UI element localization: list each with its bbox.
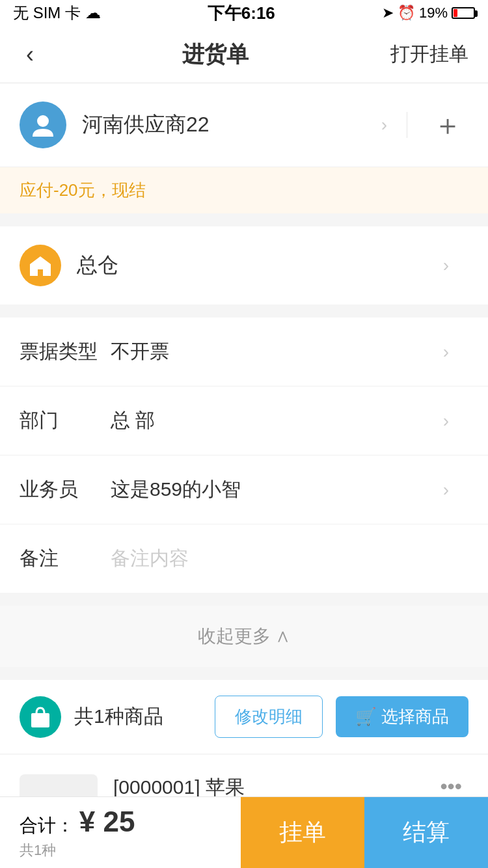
collapse-more-button[interactable]: 收起更多 ∧ bbox=[0, 606, 488, 667]
total-count: 共1种 bbox=[20, 841, 221, 860]
department-row[interactable]: 部门 总 部 › bbox=[0, 387, 488, 455]
supplier-name: 河南供应商22 bbox=[82, 111, 381, 139]
open-pending-button[interactable]: 打开挂单 bbox=[390, 41, 468, 68]
department-label: 部门 bbox=[20, 407, 98, 434]
shopping-icon bbox=[29, 705, 52, 729]
form-card: 票据类型 不开票 › 部门 总 部 › 业务员 这是859的小智 › 备注 备注… bbox=[0, 318, 488, 593]
edit-detail-button[interactable]: 修改明细 bbox=[215, 696, 323, 738]
alarm-icon: ⏰ bbox=[398, 5, 415, 21]
remark-label: 备注 bbox=[20, 545, 98, 572]
info-banner: 应付-20元，现结 bbox=[0, 167, 488, 213]
supplier-card: 河南供应商22 › ＋ 应付-20元，现结 bbox=[0, 83, 488, 213]
warehouse-row[interactable]: 总仓 › bbox=[0, 226, 488, 305]
chevron-right-icon: › bbox=[443, 342, 449, 362]
confirm-button[interactable]: 结算 bbox=[364, 797, 488, 868]
salesman-value: 这是859的小智 bbox=[98, 476, 443, 503]
cart-icon: 🛒 bbox=[355, 707, 376, 727]
total-label-row: 合计： ¥ 25 bbox=[20, 806, 221, 838]
warehouse-icon bbox=[20, 245, 61, 286]
signal-text: 无 SIM 卡 ☁ bbox=[13, 3, 101, 23]
bottom-bar: 合计： ¥ 25 共1种 挂单 结算 bbox=[0, 796, 488, 868]
battery-icon bbox=[452, 7, 475, 19]
warehouse-name: 总仓 bbox=[77, 251, 443, 280]
ticket-type-value: 不开票 bbox=[98, 338, 443, 365]
salesman-label: 业务员 bbox=[20, 476, 98, 503]
nav-bar: ‹ 进货单 打开挂单 bbox=[0, 26, 488, 83]
status-time: 下午6:16 bbox=[208, 2, 275, 25]
chevron-right-icon: › bbox=[381, 115, 387, 135]
products-icon bbox=[20, 696, 61, 738]
home-icon bbox=[29, 254, 52, 277]
add-button[interactable]: ＋ bbox=[427, 106, 468, 144]
products-count: 共1种商品 bbox=[74, 703, 202, 730]
status-right: ➤ ⏰ 19% bbox=[382, 5, 475, 21]
svg-rect-1 bbox=[31, 713, 49, 727]
ticket-type-label: 票据类型 bbox=[20, 338, 98, 365]
svg-point-0 bbox=[37, 115, 49, 127]
ticket-type-row[interactable]: 票据类型 不开票 › bbox=[0, 318, 488, 387]
remark-input[interactable]: 备注内容 bbox=[98, 545, 468, 572]
status-left: 无 SIM 卡 ☁ bbox=[13, 3, 101, 23]
total-section: 合计： ¥ 25 共1种 bbox=[0, 797, 241, 868]
divider bbox=[407, 112, 407, 138]
product-more-button[interactable]: ••• bbox=[433, 774, 468, 798]
remark-row[interactable]: 备注 备注内容 bbox=[0, 524, 488, 593]
status-bar: 无 SIM 卡 ☁ 下午6:16 ➤ ⏰ 19% bbox=[0, 0, 488, 26]
main-content: 河南供应商22 › ＋ 应付-20元，现结 总仓 › 票据类型 不开票 › 部门… bbox=[0, 83, 488, 868]
salesman-row[interactable]: 业务员 这是859的小智 › bbox=[0, 455, 488, 524]
chevron-right-icon: › bbox=[443, 255, 449, 276]
page-title: 进货单 bbox=[182, 40, 249, 70]
supplier-row[interactable]: 河南供应商22 › ＋ bbox=[0, 83, 488, 167]
total-amount: ¥ 25 bbox=[79, 806, 135, 837]
department-value: 总 部 bbox=[98, 407, 443, 434]
select-product-button[interactable]: 🛒 选择商品 bbox=[336, 696, 468, 737]
location-icon: ➤ bbox=[382, 5, 394, 21]
pending-button[interactable]: 挂单 bbox=[241, 797, 364, 868]
back-button[interactable]: ‹ bbox=[20, 34, 40, 75]
supplier-avatar bbox=[20, 102, 66, 148]
chevron-right-icon: › bbox=[443, 411, 449, 431]
total-label: 合计： bbox=[20, 815, 74, 835]
user-icon bbox=[30, 112, 56, 138]
battery-text: 19% bbox=[419, 5, 448, 21]
products-header: 共1种商品 修改明细 🛒 选择商品 bbox=[0, 680, 488, 753]
chevron-right-icon: › bbox=[443, 480, 449, 500]
